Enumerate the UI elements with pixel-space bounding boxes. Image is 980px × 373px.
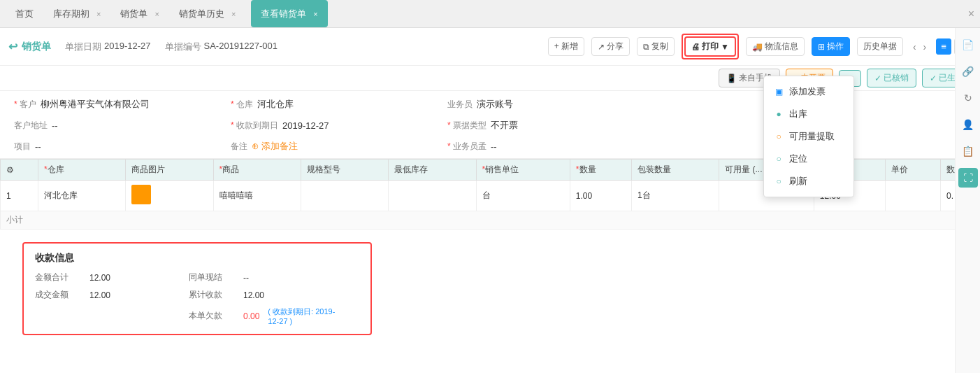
sold-status-button[interactable]: ✓ 已核销 xyxy=(867,69,916,87)
operate-icon: ⊞ xyxy=(818,42,825,52)
warehouse-value[interactable]: 河北仓库 xyxy=(257,98,294,111)
doc-date-label: 单据日期 2019-12-27 xyxy=(65,41,151,53)
staff-field: 业务员 演示账号 xyxy=(447,98,643,111)
locate-icon: ○ xyxy=(774,154,784,164)
tab-inventory-close[interactable]: × xyxy=(96,10,101,18)
cumulative-row: 累计收款 12.00 xyxy=(189,289,343,301)
outbound-label: 出库 xyxy=(789,108,807,120)
toolbar-row: ↩ 销货单 单据日期 2019-12-27 单据编号 SA-20191227-0… xyxy=(0,28,980,66)
project-value[interactable]: -- xyxy=(35,141,41,152)
current-owed-label: 本单欠款 xyxy=(189,310,238,322)
outbound-item[interactable]: ● 出库 xyxy=(764,103,853,125)
refresh-item[interactable]: ○ 刷新 xyxy=(764,170,853,192)
refresh-icon: ○ xyxy=(774,176,784,186)
grid-view-button[interactable]: ≡ xyxy=(936,38,951,55)
sidebar-user-icon[interactable]: 👤 xyxy=(958,115,978,134)
sold-icon: ✓ xyxy=(874,73,881,83)
cell-image xyxy=(126,181,213,211)
logistics-label: 物流信息 xyxy=(765,41,798,52)
cell-seq: 1 xyxy=(1,181,38,211)
tab-home-label: 首页 xyxy=(15,8,34,20)
sidebar-expand-icon[interactable]: ⛶ xyxy=(958,168,978,188)
nav-arrows: ‹ › xyxy=(910,40,929,54)
cell-qty: 1.00 xyxy=(570,181,631,211)
tab-sales-label: 销货单 xyxy=(120,8,147,20)
add-icon: ⊕ xyxy=(252,141,259,151)
due-note: ( 收款到期日: 2019-12-27 ) xyxy=(268,307,343,325)
total-amount-label: 金额合计 xyxy=(35,272,84,283)
th-product: *商品 xyxy=(213,160,301,181)
tab-sales-history-label: 销货单历史 xyxy=(179,8,224,20)
global-close-button[interactable]: × xyxy=(968,8,974,20)
customer-field: 客户 柳州粤港平安气体有限公司 xyxy=(14,98,210,111)
doc-type-label: 销货单 xyxy=(22,41,51,53)
tab-view-sales[interactable]: 查看销货单 × xyxy=(251,0,327,27)
print-highlight-box: 🖨 打印 ▼ xyxy=(682,34,739,59)
available-extract-label: 可用量提取 xyxy=(789,130,835,143)
history-button[interactable]: 历史单据 xyxy=(857,37,903,56)
payment-section: 收款信息 金额合计 12.00 同单现结 -- 成交金额 12.00 累计收款 … xyxy=(22,242,372,335)
tab-view-sales-label: 查看销货单 xyxy=(261,8,306,20)
tab-sales-order[interactable]: 销货单 × xyxy=(110,0,168,27)
tab-view-sales-close[interactable]: × xyxy=(313,10,317,18)
locate-item[interactable]: ○ 定位 xyxy=(764,148,853,170)
sidebar-link-icon[interactable]: 🔗 xyxy=(958,62,978,81)
refresh-label: 刷新 xyxy=(789,175,807,188)
th-warehouse: *仓库 xyxy=(38,160,125,181)
print-button[interactable]: 🖨 打印 ▼ xyxy=(684,36,736,57)
cell-price xyxy=(885,181,940,211)
address-value[interactable]: -- xyxy=(52,120,58,131)
logistics-button[interactable]: 🚚 物流信息 xyxy=(746,37,805,56)
tab-sales-history-close[interactable]: × xyxy=(231,10,236,18)
warehouse-field: 仓库 河北仓库 xyxy=(231,98,426,111)
product-image xyxy=(131,185,151,204)
sidebar-refresh-icon[interactable]: ↻ xyxy=(958,88,978,108)
prev-arrow[interactable]: ‹ xyxy=(910,40,919,54)
due-date-field: 收款到期日 2019-12-27 xyxy=(231,120,426,132)
print-icon: 🖨 xyxy=(691,42,700,52)
tab-sales-close[interactable]: × xyxy=(154,10,159,18)
doc-number-label: 单据编号 SA-20191227-001 xyxy=(165,41,278,53)
print-dropdown-icon: ▼ xyxy=(721,42,729,52)
due-date-value[interactable]: 2019-12-27 xyxy=(282,120,329,131)
transaction-label: 成交金额 xyxy=(35,289,84,301)
customer-label: 客户 xyxy=(14,99,36,111)
print-label: 打印 xyxy=(702,41,719,52)
sidebar-doc-icon[interactable]: 📄 xyxy=(958,35,978,55)
total-amount-value: 12.00 xyxy=(89,273,110,283)
operate-button[interactable]: ⊞ 操作 xyxy=(812,37,850,56)
tab-inventory-init[interactable]: 库存期初 × xyxy=(43,0,110,27)
warehouse-label: 仓库 xyxy=(231,99,253,111)
add-remark-button[interactable]: ⊕ 添加备注 xyxy=(252,140,298,153)
cell-pack-qty: 1台 xyxy=(631,181,719,211)
add-button[interactable]: + 新增 xyxy=(548,37,584,56)
customer-value[interactable]: 柳州粤港平安气体有限公司 xyxy=(41,98,150,111)
add-invoice-icon: ▣ xyxy=(774,87,784,97)
copy-button[interactable]: ⧉ 复制 xyxy=(637,37,675,56)
ticket-field: 票据类型 不开票 xyxy=(447,119,643,132)
share-icon: ↗ xyxy=(598,42,605,52)
next-arrow[interactable]: › xyxy=(921,40,930,54)
tab-home[interactable]: 首页 xyxy=(6,0,43,27)
add-invoice-item[interactable]: ▣ 添加发票 xyxy=(764,80,853,103)
add-invoice-label: 添加发票 xyxy=(789,85,826,98)
sold-label: 已核销 xyxy=(884,72,909,84)
th-qty: *数量 xyxy=(570,160,631,181)
same-order-row: 同单现结 -- xyxy=(189,272,343,283)
tab-sales-history[interactable]: 销货单历史 × xyxy=(169,0,245,27)
available-extract-item[interactable]: ○ 可用量提取 xyxy=(764,125,853,148)
mobile-icon: 📱 xyxy=(726,73,737,83)
payment-area: 收款信息 金额合计 12.00 同单现结 -- 成交金额 12.00 累计收款 … xyxy=(0,230,980,348)
remark-label: 备注 xyxy=(231,141,247,153)
operate-label: 操作 xyxy=(827,41,844,52)
transaction-value: 12.00 xyxy=(89,290,110,300)
total-amount-row: 金额合计 12.00 xyxy=(35,272,189,283)
number-value: SA-20191227-001 xyxy=(204,41,278,53)
due-date-label: 收款到期日 xyxy=(231,120,278,132)
salesperson-value: -- xyxy=(491,141,497,152)
sidebar-clipboard-icon[interactable]: 📋 xyxy=(958,141,978,161)
cumulative-label: 累计收款 xyxy=(189,289,238,301)
share-button[interactable]: ↗ 分享 xyxy=(591,37,630,56)
add-remark-text: 添加备注 xyxy=(261,141,298,151)
address-field: 客户地址 -- xyxy=(14,120,210,132)
